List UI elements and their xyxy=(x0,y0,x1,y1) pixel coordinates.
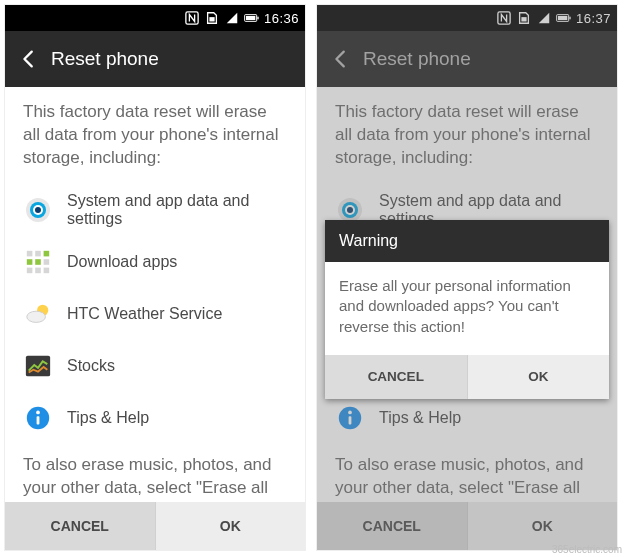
svg-rect-4 xyxy=(246,16,255,20)
svg-rect-16 xyxy=(35,267,41,273)
dialog-cancel-button[interactable]: CANCEL xyxy=(325,355,468,399)
svg-point-47 xyxy=(348,410,352,414)
sim-icon xyxy=(204,10,220,26)
dialog-body: Erase all your personal information and … xyxy=(325,262,609,355)
tips-icon xyxy=(23,403,53,433)
list-item-label: Tips & Help xyxy=(379,409,461,427)
svg-rect-3 xyxy=(257,17,258,20)
warning-dialog: Warning Erase all your personal informat… xyxy=(325,220,609,399)
svg-point-32 xyxy=(347,207,353,213)
svg-point-23 xyxy=(36,410,40,414)
list-item-label: Tips & Help xyxy=(67,409,149,427)
list-item: Tips & Help xyxy=(335,392,599,444)
title-bar: Reset phone xyxy=(317,31,617,87)
stocks-icon xyxy=(23,351,53,381)
battery-icon xyxy=(556,10,572,26)
page-title: Reset phone xyxy=(51,48,159,70)
sim-icon xyxy=(516,10,532,26)
svg-rect-11 xyxy=(44,251,50,257)
status-bar: 16:37 xyxy=(317,5,617,31)
status-time: 16:36 xyxy=(264,11,299,26)
button-bar: CANCEL OK xyxy=(317,502,617,550)
watermark: 365electric.com xyxy=(552,544,622,555)
page-title: Reset phone xyxy=(363,48,471,70)
system-icon xyxy=(23,195,53,225)
svg-rect-9 xyxy=(27,251,33,257)
phone-screen-right: 16:37 Reset phone This factory data rese… xyxy=(316,4,618,551)
signal-icon xyxy=(224,10,240,26)
dialog-title: Warning xyxy=(325,220,609,262)
download-icon xyxy=(23,247,53,277)
ok-button: OK xyxy=(468,502,618,550)
svg-rect-15 xyxy=(27,267,33,273)
title-bar: Reset phone xyxy=(5,31,305,87)
cancel-button[interactable]: CANCEL xyxy=(5,502,156,550)
signal-icon xyxy=(536,10,552,26)
svg-rect-17 xyxy=(44,267,50,273)
svg-rect-22 xyxy=(37,416,40,424)
back-icon[interactable] xyxy=(15,45,43,73)
intro-text: This factory data reset will erase all d… xyxy=(23,101,287,170)
battery-icon xyxy=(244,10,260,26)
content-area: This factory data reset will erase all d… xyxy=(5,87,305,523)
list-item: System and app data and settings xyxy=(23,184,287,236)
status-bar: 16:36 xyxy=(5,5,305,31)
svg-rect-28 xyxy=(558,16,567,20)
svg-rect-10 xyxy=(35,251,41,257)
svg-point-8 xyxy=(35,207,41,213)
weather-icon xyxy=(23,299,53,329)
list-item: Stocks xyxy=(23,340,287,392)
svg-rect-1 xyxy=(209,17,214,21)
tips-icon xyxy=(335,403,365,433)
button-bar: CANCEL OK xyxy=(5,502,305,550)
list-item-label: Stocks xyxy=(67,357,115,375)
svg-point-19 xyxy=(27,311,46,322)
list-item: Download apps xyxy=(23,236,287,288)
back-icon xyxy=(327,45,355,73)
cancel-button: CANCEL xyxy=(317,502,468,550)
nfc-icon xyxy=(184,10,200,26)
svg-rect-14 xyxy=(44,259,50,265)
dialog-ok-button[interactable]: OK xyxy=(468,355,610,399)
svg-rect-12 xyxy=(27,259,33,265)
list-item-label: Download apps xyxy=(67,253,177,271)
phone-screen-left: 16:36 Reset phone This factory data rese… xyxy=(4,4,306,551)
svg-rect-25 xyxy=(521,17,526,21)
list-item-label: System and app data and settings xyxy=(67,192,287,228)
list-item-label: HTC Weather Service xyxy=(67,305,222,323)
ok-button[interactable]: OK xyxy=(156,502,306,550)
list-item: Tips & Help xyxy=(23,392,287,444)
list-item: HTC Weather Service xyxy=(23,288,287,340)
intro-text: This factory data reset will erase all d… xyxy=(335,101,599,170)
dialog-button-bar: CANCEL OK xyxy=(325,355,609,399)
svg-rect-20 xyxy=(26,356,50,377)
status-time: 16:37 xyxy=(576,11,611,26)
nfc-icon xyxy=(496,10,512,26)
svg-rect-46 xyxy=(349,416,352,424)
svg-rect-27 xyxy=(569,17,570,20)
svg-rect-13 xyxy=(35,259,41,265)
